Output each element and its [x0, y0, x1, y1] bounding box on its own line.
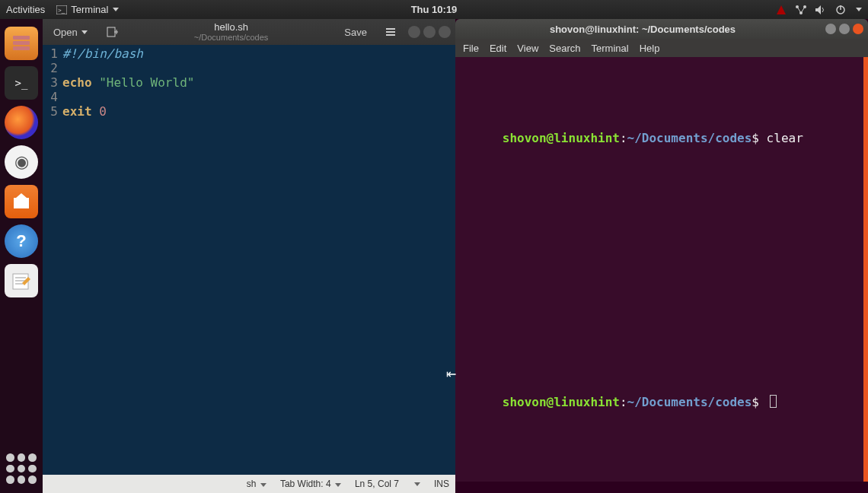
terminal-title: shovon@linuxhint: ~/Documents/codes	[460, 24, 825, 35]
launcher-text-editor[interactable]	[5, 264, 38, 297]
app-menu[interactable]: >_ Terminal	[56, 4, 119, 16]
chevron-down-icon	[81, 30, 88, 34]
gedit-editor[interactable]: 1 2 3 4 5 #!/bin/bash echo "Hello World"…	[43, 45, 455, 475]
clock[interactable]: Thu 10:19	[411, 4, 458, 15]
code-area[interactable]: #!/bin/bash echo "Hello World" exit 0	[61, 45, 455, 475]
terminal-line: shovon@linuxhint:~/Documents/codes$ clea…	[458, 116, 803, 160]
gedit-title-path: ~/Documents/codes	[130, 33, 333, 42]
status-language[interactable]: sh	[247, 479, 266, 489]
save-button[interactable]: Save	[338, 24, 373, 41]
hamburger-menu[interactable]	[379, 24, 402, 40]
gedit-window: Open hello.sh ~/Documents/codes Save 1 2…	[43, 19, 455, 493]
line-number-gutter: 1 2 3 4 5	[43, 45, 61, 475]
gedit-headerbar: Open hello.sh ~/Documents/codes Save	[43, 19, 455, 45]
open-button[interactable]: Open	[47, 24, 94, 41]
gedit-title-filename: hello.sh	[130, 22, 333, 33]
svg-text:>_: >_	[58, 7, 65, 14]
launcher-files[interactable]	[5, 27, 38, 60]
top-panel: Activities >_ Terminal Thu 10:19	[0, 0, 868, 19]
gedit-close-button[interactable]	[439, 26, 451, 38]
terminal-titlebar: shovon@linuxhint: ~/Documents/codes	[455, 19, 868, 39]
chevron-down-icon	[856, 8, 862, 11]
svg-marker-6	[815, 5, 821, 14]
svg-rect-12	[14, 198, 29, 208]
launcher-firefox[interactable]	[5, 106, 38, 139]
activities-button[interactable]: Activities	[6, 4, 45, 15]
terminal-body[interactable]: shovon@linuxhint:~/Documents/codes$ clea…	[455, 57, 868, 482]
status-tabwidth[interactable]: Tab Width: 4	[280, 479, 341, 489]
launcher-rhythmbox[interactable]: ◉	[5, 145, 38, 179]
menu-search[interactable]: Search	[549, 43, 580, 54]
power-icon[interactable]	[834, 4, 847, 16]
svg-marker-13	[16, 193, 27, 198]
terminal-maximize-button[interactable]	[839, 24, 850, 34]
gedit-minimize-button[interactable]	[408, 26, 420, 38]
svg-marker-2	[777, 5, 786, 14]
network-icon[interactable]	[795, 4, 807, 16]
terminal-menubar: File Edit View Search Terminal Help	[455, 39, 868, 57]
svg-rect-10	[13, 41, 30, 45]
menu-edit[interactable]: Edit	[490, 43, 506, 54]
alert-icon[interactable]	[775, 4, 787, 16]
svg-rect-9	[13, 36, 30, 40]
menu-help[interactable]: Help	[640, 43, 660, 54]
chevron-down-icon[interactable]	[414, 482, 420, 486]
gedit-maximize-button[interactable]	[423, 26, 436, 38]
terminal-cursor	[770, 395, 777, 408]
new-tab-button[interactable]	[100, 24, 124, 40]
menu-file[interactable]: File	[463, 43, 479, 54]
status-insert-mode: INS	[434, 479, 449, 489]
menu-terminal[interactable]: Terminal	[592, 43, 629, 54]
launcher-terminal[interactable]: >_	[5, 66, 38, 100]
open-button-label: Open	[53, 27, 78, 38]
svg-rect-19	[107, 27, 115, 37]
gedit-statusbar: sh Tab Width: 4 Ln 5, Col 7 INS	[43, 475, 455, 493]
launcher-dock: >_ ◉ ?	[0, 19, 43, 493]
launcher-help[interactable]: ?	[5, 224, 38, 258]
terminal-line: shovon@linuxhint:~/Documents/codes$	[458, 380, 777, 424]
new-document-icon	[106, 27, 118, 37]
launcher-software[interactable]	[5, 185, 38, 218]
terminal-icon: >_	[56, 4, 68, 16]
terminal-window: shovon@linuxhint: ~/Documents/codes File…	[455, 19, 868, 482]
terminal-minimize-button[interactable]	[825, 24, 836, 34]
svg-rect-11	[13, 46, 30, 50]
menu-view[interactable]: View	[517, 43, 538, 54]
hamburger-icon	[385, 27, 396, 37]
gedit-title: hello.sh ~/Documents/codes	[130, 22, 333, 42]
chevron-down-icon	[113, 8, 119, 11]
volume-icon[interactable]	[815, 4, 827, 16]
show-applications[interactable]	[6, 453, 37, 484]
app-menu-label: Terminal	[71, 4, 108, 15]
status-cursor-pos: Ln 5, Col 7	[355, 479, 399, 489]
terminal-close-button[interactable]	[853, 24, 863, 34]
